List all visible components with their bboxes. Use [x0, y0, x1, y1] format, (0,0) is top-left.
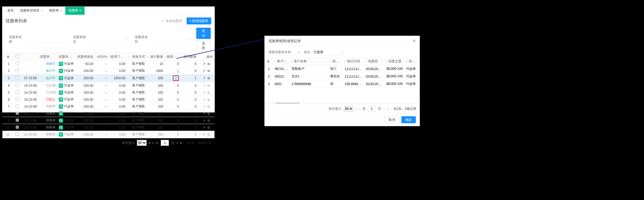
first-page-icon[interactable]: |< [149, 141, 150, 144]
claimed-count-link[interactable]: 3 [173, 75, 179, 81]
col-type[interactable]: 优惠券类 [405, 58, 420, 65]
issue-coupon-button[interactable]: ⇪ 发放优惠券 [158, 17, 185, 24]
tab-sales-order[interactable]: 销货单 ✕ [46, 7, 65, 15]
col-used[interactable]: 使用数量 [180, 53, 198, 60]
open-icon[interactable]: ↗ [203, 91, 205, 94]
row-checkbox[interactable] [16, 104, 19, 108]
last-page-icon[interactable]: >| [387, 107, 388, 110]
col-method[interactable]: 发放方式 [127, 53, 147, 60]
per-page-select[interactable]: 50 [344, 106, 353, 112]
tab-home[interactable]: 首页 [4, 7, 17, 15]
qr-icon[interactable]: ⧉ [208, 98, 210, 101]
col-status[interactable]: 优惠券状态 [38, 53, 57, 60]
row-checkbox[interactable] [16, 83, 19, 87]
table-row[interactable]: 2 执行中 代代金券 100.00 -- 0.00 客户领取 1000 1 0 … [2, 67, 214, 74]
select-all-checkbox[interactable] [16, 55, 19, 58]
open-icon[interactable]: ↗ [203, 126, 205, 129]
row-checkbox[interactable] [16, 76, 19, 79]
col-gear[interactable]: ⚙ [2, 53, 11, 60]
col-phone[interactable]: 电话号码 [343, 58, 364, 65]
col-threshold[interactable]: 使用门槛... [109, 53, 127, 60]
qr-icon[interactable]: ⧉ [208, 126, 210, 129]
close-icon[interactable]: ✕ [79, 9, 81, 12]
page-input[interactable] [161, 140, 169, 146]
col-coupon-code[interactable]: 优惠码 [364, 58, 384, 65]
qr-icon[interactable]: ⧉ [208, 119, 210, 122]
qr-icon[interactable]: ⧉ [208, 84, 210, 88]
qr-icon[interactable]: ⧉ [208, 69, 210, 73]
next-page-icon[interactable]: > [383, 107, 384, 110]
claimed-count-link[interactable]: 1 [177, 69, 179, 73]
row-checkbox[interactable] [16, 118, 19, 122]
col-subject[interactable]: 优惠主题 [384, 58, 405, 65]
row-checkbox[interactable] [16, 132, 19, 136]
tab-coupon-detail[interactable]: 优惠券详情页 ✕ [17, 7, 46, 15]
table-row[interactable]: 10 14 23:59 待发布 代代金券 150.00 -- 0.00 客户领取… [2, 124, 214, 131]
status-select[interactable]: 已使用 [314, 49, 346, 55]
col-cust-no[interactable]: 客户... [273, 58, 290, 65]
open-icon[interactable]: ↗ [203, 119, 205, 122]
tab-coupon[interactable]: 优惠券 ✕ [65, 7, 85, 15]
col-issued[interactable]: 发行数量 [147, 53, 165, 60]
close-icon[interactable]: ✕ [60, 9, 62, 12]
table-row[interactable]: 3 0001 17666666666 张 156 6666 ... 201912… [265, 80, 420, 88]
table-row[interactable]: 1 待执行 代代金券 50.00 -- 0.00 客户领取 10 0 0 ↗ ⧉ [2, 60, 214, 67]
close-icon[interactable]: ✕ [41, 9, 43, 12]
open-icon[interactable]: ↗ [203, 62, 205, 66]
table-row[interactable]: 7 14 23:59 待发布 代代金券 150.00 -- 0.00 客户领取 … [2, 103, 214, 110]
open-icon[interactable]: ↗ [203, 84, 205, 88]
table-row[interactable]: 1 RETAIL... 零散客户 张三 11111111111 20191207… [265, 65, 420, 73]
row-checkbox[interactable] [16, 97, 19, 101]
page-input[interactable] [368, 106, 376, 112]
confirm-button[interactable]: 确定 [401, 116, 416, 123]
col-cust-name[interactable]: 客户名称 [290, 58, 329, 65]
horizontal-scrollbar[interactable] [265, 102, 420, 104]
qr-icon[interactable]: ⧉ [208, 76, 210, 80]
open-icon[interactable]: ↗ [203, 69, 205, 73]
new-coupon-button[interactable]: + 新增优惠券 [187, 17, 211, 24]
col-face[interactable]: 优惠券面值 [75, 53, 95, 60]
open-icon[interactable]: ↗ [203, 98, 205, 101]
qr-icon[interactable]: ⧉ [208, 105, 210, 108]
filter-name-input[interactable] [26, 36, 69, 43]
first-page-icon[interactable]: |< [355, 107, 357, 110]
filter-type-select[interactable] [152, 36, 192, 43]
open-icon[interactable]: ↗ [203, 112, 205, 115]
row-checkbox[interactable] [16, 125, 19, 129]
search-input[interactable] [268, 49, 301, 55]
close-icon[interactable]: ✕ [412, 38, 416, 43]
open-icon[interactable]: ↗ [203, 105, 205, 108]
table-row[interactable]: 6 14 23:59 已终止 代代金券 150.00 -- 0.00 客户领取 … [2, 96, 214, 103]
table-row[interactable]: 9 14 23:59 待发布 代代金券 150.00 -- 0.00 客户领取 … [2, 117, 214, 124]
table-row[interactable]: 4 14 23:59 已过期 代代金券 150.00 -- 0.00 客户领取 … [2, 82, 214, 89]
settings-button[interactable]: 设置 [196, 40, 211, 51]
cancel-button[interactable]: 取消 [385, 116, 399, 123]
open-icon[interactable]: ↗ [203, 76, 205, 80]
qr-icon[interactable]: ⧉ [208, 133, 210, 136]
table-row[interactable]: 11 14 23:59 待发布 代代金券 150.00 -- 0.00 客户领取… [2, 131, 214, 138]
col-claimed[interactable]: 领用数量 [165, 53, 181, 60]
row-checkbox[interactable] [16, 69, 19, 72]
col-discount[interactable]: 折扣% [95, 53, 109, 60]
prev-page-icon[interactable]: < [359, 107, 360, 110]
open-icon[interactable]: ↗ [203, 133, 205, 136]
search-button[interactable]: 查询 [196, 28, 211, 39]
row-checkbox[interactable] [16, 90, 19, 94]
last-page-icon[interactable]: >| [180, 141, 181, 144]
prev-page-icon[interactable]: < [152, 141, 153, 144]
row-checkbox[interactable] [16, 62, 19, 65]
table-row[interactable]: 2 00010001 北京1 唐先生 11111111111 20191207O… [265, 73, 420, 80]
per-page-select[interactable]: 50 [137, 140, 147, 146]
col-gear[interactable]: ⚙ [265, 58, 273, 65]
col-type[interactable]: 优惠券类型 [57, 53, 75, 60]
table-row[interactable]: 3 07 23:59 执行中 代代金券 200.00 -- 1000.00 客户… [2, 74, 214, 82]
qr-icon[interactable]: ⧉ [208, 112, 210, 115]
filter-status-select[interactable] [90, 36, 130, 43]
next-page-icon[interactable]: > [176, 141, 177, 144]
row-checkbox[interactable] [16, 111, 19, 115]
table-row[interactable]: 5 14 23:59 已过期 代代金券 150.00 -- 0.00 客户领取 … [2, 89, 214, 96]
qr-icon[interactable]: ⧉ [208, 91, 210, 94]
col-contact[interactable]: 联系人 [329, 58, 343, 65]
qr-icon[interactable]: ⧉ [208, 62, 210, 66]
table-row[interactable]: 8 14 23:59 待发布 代代金券 150.00 -- 0.00 客户领取 … [2, 110, 214, 117]
